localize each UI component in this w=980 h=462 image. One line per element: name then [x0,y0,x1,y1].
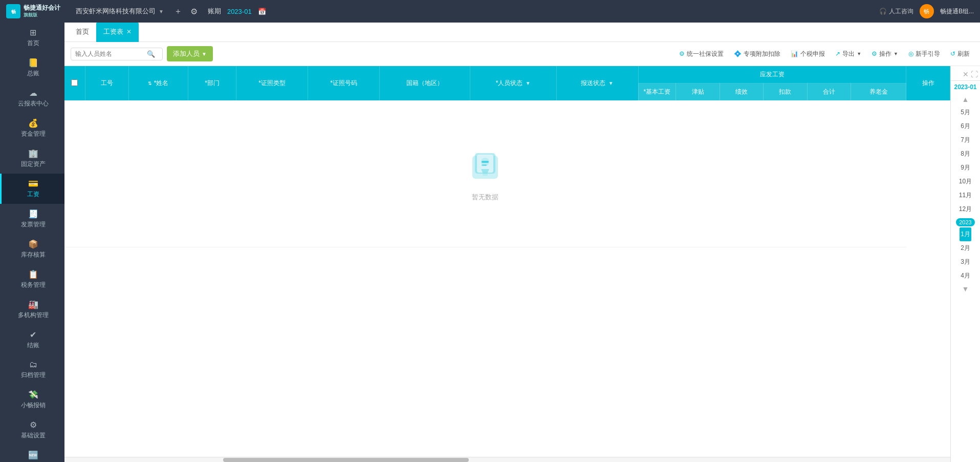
ym-month-8[interactable]: 8月 [951,147,980,161]
ym-month-2[interactable]: 2月 [951,241,980,255]
ym-month-11[interactable]: 11月 [951,188,980,202]
th-nationality: 国籍（地区） [380,66,470,100]
home-icon: ⊞ [30,28,36,37]
company-dropdown-icon: ▼ [159,9,164,14]
year-month-panel: ✕ ⛶ 2023-01 ▲ 5月 6月 7月 8月 9月 10月 11月 12月… [950,66,980,462]
app-sub: 旗舰版 [24,12,60,18]
calendar-icon[interactable]: 📅 [258,8,266,15]
sidebar-label-home: 首页 [27,39,39,48]
expand-panel-icon[interactable]: ⛶ [971,70,978,78]
ym-month-5[interactable]: 5月 [951,106,980,119]
sidebar-item-multi[interactable]: 🏭多机构管理 [0,295,64,325]
svg-rect-7 [482,164,487,166]
sidebar-item-assets[interactable]: 🏢固定资产 [0,143,64,174]
add-icon[interactable]: ＋ [172,5,184,18]
sidebar-label-payroll: 工资 [27,190,39,199]
sidebar-item-guide[interactable]: 🆕新手引导 [0,445,64,462]
sidebar-item-inventory[interactable]: 📦库存核算 [0,234,64,264]
th-id-no: *证照号码 [308,66,380,100]
horizontal-scrollbar[interactable] [64,457,950,462]
header-actions: ＋ ⚙ 账期 2023-01 📅 [172,5,266,18]
ym-scroll-up[interactable]: ▲ [951,93,980,106]
add-person-button[interactable]: 添加人员 ▼ [167,46,213,61]
select-all-checkbox[interactable] [71,79,78,86]
ym-month-3[interactable]: 3月 [951,255,980,269]
tool-label-guide: 新手引导 [916,50,940,58]
company-selector[interactable]: 西安虾米网络科技有限公司 ▼ [76,7,164,16]
support-button[interactable]: 🎧 人工咨询 [879,7,913,16]
th-base-salary: *基本工资 [638,83,676,101]
sidebar-item-expense[interactable]: 💸小畅报销 [0,385,64,415]
period-header-display: 2023-01 [951,81,980,93]
tab-home-tab[interactable]: 首页 [69,23,96,42]
sidebar: ⊞首页📒总账☁云报表中心💰资金管理🏢固定资产💳工资🧾发票管理📦库存核算📋税务管理… [0,23,64,462]
search-box[interactable]: 🔍 [71,48,163,60]
tab-payroll-tab[interactable]: 工资表✕ [96,23,139,42]
th-salary-group: 应发工资 [638,66,906,83]
sidebar-item-payroll[interactable]: 💳工资 [0,174,64,204]
user-name[interactable]: 畅捷通B组... [940,7,974,16]
sort-icon: ⇅ [148,81,152,86]
th-dept: *部门 [188,66,236,100]
sidebar-item-settings[interactable]: ⚙基础设置 [0,415,64,445]
ym-scroll-down[interactable]: ▼ [951,283,980,295]
th-deduction: 扣款 [764,83,807,101]
tool-label-refresh: 刷新 [957,50,970,58]
sidebar-item-funds[interactable]: 💰资金管理 [0,113,64,143]
operations-arrow: ▼ [894,51,898,56]
table-header-row1: 工号 ⇅ *姓名 *部门 *证照类型 *证照号码 国籍（地区） *人员状态 ▼ … [64,66,950,83]
year-badge-2023[interactable]: 2023 [956,218,974,226]
export-icon: ↗ [835,50,840,57]
report-filter-icon[interactable]: ▼ [608,80,614,86]
tool-social-security[interactable]: ⚙统一社保设置 [675,48,728,60]
headset-icon: 🎧 [879,8,887,15]
tool-operations[interactable]: ⚙操作 ▼ [867,48,902,60]
tool-guide[interactable]: ◎新手引导 [904,48,944,60]
ym-month-6[interactable]: 6月 [951,119,980,133]
period-value[interactable]: 2023-01 [227,8,252,15]
sidebar-item-invoice[interactable]: 🧾发票管理 [0,204,64,234]
svg-text:畅: 畅 [11,9,16,14]
tool-tax-report[interactable]: 📊个税申报 [787,48,829,60]
main-layout: ⊞首页📒总账☁云报表中心💰资金管理🏢固定资产💳工资🧾发票管理📦库存核算📋税务管理… [0,23,980,462]
close-panel-icon[interactable]: ✕ [963,70,969,78]
sidebar-item-tax[interactable]: 📋税务管理 [0,264,64,295]
settings-icon[interactable]: ⚙ [188,6,200,17]
toolbar-right: ⚙统一社保设置💠专项附加扣除📊个税申报↗导出 ▼⚙操作 ▼◎新手引导↺刷新 [675,48,974,60]
ym-month-12[interactable]: 12月 [951,202,980,216]
th-report-status: 报送状态 ▼ [556,66,638,100]
th-emp-no: 工号 [85,66,128,100]
select-all-header[interactable] [64,66,85,100]
logo-area: 畅 畅捷通好会计 旗舰版 [6,4,68,18]
ym-month-10[interactable]: 10月 [951,175,980,188]
th-performance: 绩效 [720,83,763,101]
sidebar-label-ledger: 总账 [27,69,39,78]
sidebar-item-ledger[interactable]: 📒总账 [0,53,64,83]
ym-month-1-active[interactable]: 1月 [960,227,971,241]
tab-close-payroll-tab[interactable]: ✕ [126,28,132,35]
ym-month-4[interactable]: 4月 [951,269,980,283]
settings-icon: ⚙ [30,420,37,430]
table-container: 工号 ⇅ *姓名 *部门 *证照类型 *证照号码 国籍（地区） *人员状态 ▼ … [64,66,950,457]
empty-text: 暂无数据 [472,193,498,202]
ym-month-7[interactable]: 7月 [951,133,980,147]
period-label: 账期 [208,7,221,16]
sidebar-label-assets: 固定资产 [21,160,46,169]
status-filter-icon[interactable]: ▼ [526,80,531,86]
th-total: 合计 [807,83,851,101]
ym-month-9[interactable]: 9月 [951,161,980,175]
search-input[interactable] [75,50,147,57]
tool-refresh[interactable]: ↺刷新 [946,48,974,60]
empty-state: 暂无数据 [70,104,901,243]
sidebar-item-home[interactable]: ⊞首页 [0,23,64,53]
tool-special-deduction[interactable]: 💠专项附加扣除 [730,48,785,60]
sidebar-item-cloud[interactable]: ☁云报表中心 [0,83,64,113]
tool-export[interactable]: ↗导出 ▼ [831,48,865,60]
scrollbar-thumb[interactable] [223,458,469,462]
svg-rect-9 [483,174,488,176]
sidebar-item-close[interactable]: ✔结账 [0,325,64,355]
guide-icon: 🆕 [28,450,38,460]
payroll-table: 工号 ⇅ *姓名 *部门 *证照类型 *证照号码 国籍（地区） *人员状态 ▼ … [64,66,950,247]
add-person-label: 添加人员 [173,49,200,58]
sidebar-item-archive[interactable]: 🗂归档管理 [0,355,64,385]
